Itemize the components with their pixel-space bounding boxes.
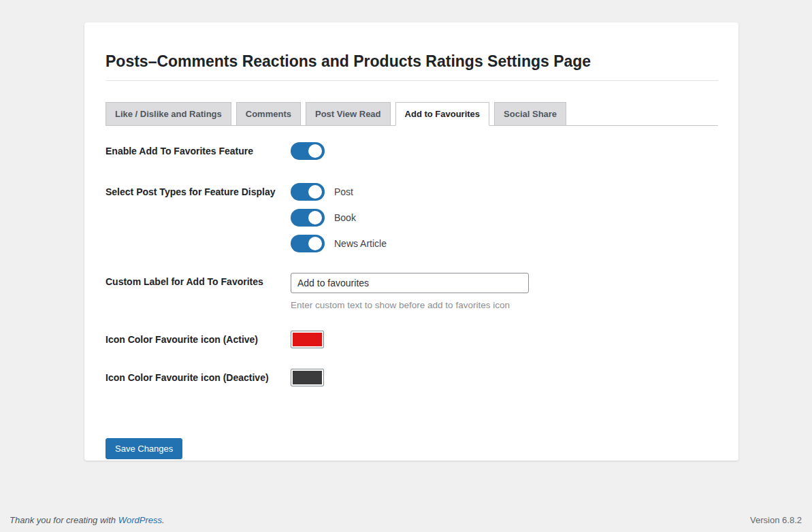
footer-thanks: Thank you for creating with WordPress. [10,515,165,525]
page-title: Posts–Comments Reactions and Products Ra… [105,52,718,81]
post-type-toggle-book[interactable] [291,209,325,227]
post-type-item-post: Post [291,183,718,201]
custom-label-help: Enter custom text to show before add to … [291,300,718,310]
toggle-knob [308,185,322,199]
settings-card: Posts–Comments Reactions and Products Ra… [84,22,738,461]
toggle-knob [308,237,322,250]
post-type-toggle-news-article[interactable] [291,235,325,252]
post-type-label-book: Book [334,212,356,223]
footer-thanks-prefix: Thank you for creating with [10,515,118,525]
icon-color-deactive-fill [293,371,322,384]
tab-social-share[interactable]: Social Share [494,102,566,126]
post-type-item-news-article: News Article [291,235,718,252]
wordpress-link[interactable]: WordPress [118,515,162,525]
footer-version: Version 6.8.2 [750,515,802,525]
icon-color-active-row: Icon Color Favourite icon (Active) [105,331,718,348]
enable-feature-label: Enable Add To Favorites Feature [105,142,291,163]
tab-bar: Like / Dislike and Ratings Comments Post… [105,102,718,126]
post-type-toggle-post[interactable] [291,183,325,201]
custom-label-row: Custom Label for Add To Favorites Enter … [105,273,718,310]
footer-thanks-suffix: . [162,515,165,525]
post-type-label-post: Post [334,186,353,197]
post-types-row: Select Post Types for Feature Display Po… [105,183,718,252]
tab-like-dislike-ratings[interactable]: Like / Dislike and Ratings [105,102,231,126]
icon-color-deactive-row: Icon Color Favourite icon (Deactive) [105,369,718,386]
icon-color-active-fill [293,333,322,346]
post-type-label-news-article: News Article [334,238,387,249]
enable-feature-row: Enable Add To Favorites Feature [105,142,718,163]
custom-label-label: Custom Label for Add To Favorites [105,273,291,310]
icon-color-deactive-label: Icon Color Favourite icon (Deactive) [105,369,291,386]
save-changes-button[interactable]: Save Changes [105,438,182,459]
tab-post-view-read[interactable]: Post View Read [306,102,391,126]
enable-favorites-toggle[interactable] [291,142,325,160]
custom-label-input[interactable] [291,273,529,293]
icon-color-active-swatch[interactable] [291,331,324,348]
icon-color-active-label: Icon Color Favourite icon (Active) [105,331,291,348]
tab-comments[interactable]: Comments [236,102,301,126]
post-types-label: Select Post Types for Feature Display [105,183,291,252]
toggle-knob [308,211,322,225]
post-type-item-book: Book [291,209,718,227]
settings-form: Enable Add To Favorites Feature Select P… [105,142,718,459]
tab-add-to-favourites[interactable]: Add to Favourites [395,102,490,126]
icon-color-deactive-swatch[interactable] [291,369,324,386]
toggle-knob [308,144,322,158]
